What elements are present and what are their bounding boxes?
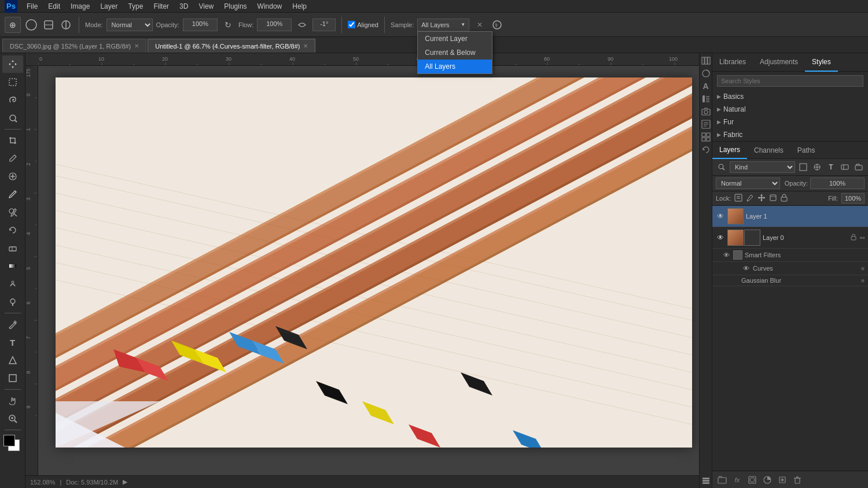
- tab-1-close[interactable]: ✕: [303, 43, 308, 49]
- lock-artboard-icon[interactable]: [769, 194, 777, 204]
- menu-edit[interactable]: Edit: [43, 1, 65, 12]
- filter-group-icon[interactable]: [853, 161, 865, 173]
- aligned-checkbox[interactable]: [348, 21, 355, 28]
- tool-marquee[interactable]: [2, 73, 23, 91]
- layer-item-0[interactable]: 👁 Layer 0 ⚯: [712, 227, 868, 249]
- layer-item-1[interactable]: 👁 Layer 1: [712, 206, 868, 227]
- panel-icon-text[interactable]: A: [701, 81, 711, 91]
- panel-icon-grid[interactable]: [701, 132, 711, 142]
- mask-btn[interactable]: [746, 474, 759, 486]
- styles-search-input[interactable]: [717, 75, 863, 87]
- tool-eraser[interactable]: [2, 239, 23, 257]
- canvas-viewport[interactable]: [38, 66, 699, 475]
- lock-all-icon[interactable]: [781, 194, 788, 204]
- tool-heal[interactable]: [2, 168, 23, 185]
- tab-0[interactable]: DSC_3060.jpg @ 152% (Layer 1, RGB/8#) ✕: [2, 39, 146, 53]
- blend-mode-select[interactable]: Normal: [716, 178, 780, 189]
- style-group-fabric[interactable]: ▶ Fabric: [712, 128, 868, 141]
- foreground-swatch[interactable]: [3, 435, 15, 446]
- filter-gaussian-blur[interactable]: Gaussian Blur ≡: [712, 275, 868, 286]
- fill-value[interactable]: [841, 193, 865, 204]
- opacity-input[interactable]: 100%: [183, 19, 218, 31]
- smart-filters-eye[interactable]: 👁: [722, 250, 731, 260]
- style-group-natural[interactable]: ▶ Natural: [712, 103, 868, 116]
- tool-history-brush[interactable]: [2, 221, 23, 239]
- adjustment-btn[interactable]: [761, 474, 774, 486]
- tool-pen[interactable]: [2, 316, 23, 333]
- lock-move-icon[interactable]: [757, 194, 766, 204]
- menu-filter[interactable]: Filter: [149, 1, 174, 12]
- layers-tab-paths[interactable]: Paths: [790, 142, 822, 159]
- menu-window[interactable]: Window: [253, 1, 287, 12]
- lock-pixels-icon[interactable]: [734, 194, 742, 204]
- delete-layer-btn[interactable]: [791, 474, 804, 486]
- tool-lasso[interactable]: [2, 91, 23, 109]
- lock-brush-icon[interactable]: [746, 194, 754, 204]
- tool-zoom[interactable]: [2, 410, 23, 427]
- layers-tab-channels[interactable]: Channels: [747, 142, 790, 159]
- smart-filters-header[interactable]: 👁 Smart Filters: [712, 249, 868, 262]
- tab-1[interactable]: Untitled-1 @ 66.7% (4.Curves-smart-filte…: [148, 39, 315, 53]
- tool-shape[interactable]: [2, 369, 23, 387]
- menu-file[interactable]: File: [22, 1, 42, 12]
- tab-libraries[interactable]: Libraries: [712, 53, 753, 72]
- tool-select[interactable]: [2, 109, 23, 127]
- tool-move[interactable]: [2, 56, 23, 73]
- layer-1-eye[interactable]: 👁: [716, 212, 725, 221]
- menu-layer[interactable]: Layer: [95, 1, 122, 12]
- healing-btn[interactable]: ⚕: [490, 18, 504, 32]
- panel-icon-layers[interactable]: [701, 475, 711, 486]
- layers-tab-layers[interactable]: Layers: [712, 142, 747, 159]
- sample-option-current-layer[interactable]: Current Layer: [418, 32, 492, 46]
- brush-options-btn[interactable]: [42, 18, 56, 32]
- gaussian-blur-adjust-icon[interactable]: ≡: [861, 278, 865, 284]
- filter-pixel-icon[interactable]: [797, 161, 809, 173]
- brush-shape-btn[interactable]: [24, 18, 38, 32]
- style-group-fur[interactable]: ▶ Fur: [712, 116, 868, 128]
- tab-styles[interactable]: Styles: [805, 53, 838, 72]
- sample-dropdown-btn[interactable]: All Layers: [417, 19, 469, 31]
- flow-input[interactable]: 100%: [257, 19, 292, 31]
- tab-adjustments[interactable]: Adjustments: [753, 53, 805, 72]
- sample-option-current-below[interactable]: Current & Below: [418, 46, 492, 60]
- tool-hand[interactable]: [2, 392, 23, 409]
- menu-help[interactable]: Help: [288, 1, 311, 12]
- menu-3d[interactable]: 3D: [175, 1, 193, 12]
- opacity-value[interactable]: [810, 178, 865, 189]
- filter-smart-icon[interactable]: [839, 161, 851, 173]
- menu-view[interactable]: View: [194, 1, 218, 12]
- sample-close-btn[interactable]: ✕: [473, 18, 487, 32]
- new-group-btn[interactable]: [716, 474, 729, 486]
- tool-eyedropper[interactable]: [2, 150, 23, 167]
- mode-select[interactable]: Normal: [106, 19, 153, 31]
- panel-icon-libraries[interactable]: [701, 56, 711, 66]
- panel-icon-adjustments[interactable]: [701, 68, 711, 79]
- tool-dodge[interactable]: [2, 293, 23, 310]
- filter-text-icon[interactable]: T: [825, 161, 837, 173]
- tool-text[interactable]: T: [2, 334, 23, 351]
- tool-path-select[interactable]: [2, 352, 23, 369]
- tool-smudge[interactable]: [2, 275, 23, 293]
- fx-btn[interactable]: fx: [731, 474, 744, 486]
- angle-input[interactable]: -1°: [312, 19, 336, 31]
- layer-0-eye[interactable]: 👁: [716, 233, 725, 242]
- curves-eye[interactable]: 👁: [741, 264, 751, 273]
- flow-icon[interactable]: [295, 18, 309, 32]
- panel-icon-para[interactable]: [701, 94, 711, 104]
- tool-brush[interactable]: [2, 186, 23, 203]
- filter-kind-select[interactable]: Kind: [730, 161, 795, 173]
- tool-icon-move[interactable]: ⊕: [5, 17, 21, 33]
- tool-crop[interactable]: [2, 132, 23, 149]
- style-group-basics[interactable]: ▶ Basics: [712, 90, 868, 103]
- filter-adjust-icon[interactable]: [811, 161, 823, 173]
- menu-image[interactable]: Image: [66, 1, 94, 12]
- panel-icon-info[interactable]: [701, 119, 711, 130]
- tool-clone[interactable]: [2, 204, 23, 221]
- menu-type[interactable]: Type: [123, 1, 148, 12]
- sample-option-all-layers[interactable]: All Layers: [418, 60, 492, 73]
- opacity-toggle-icon[interactable]: ↻: [221, 18, 235, 32]
- menu-plugins[interactable]: Plugins: [219, 1, 251, 12]
- tab-0-close[interactable]: ✕: [134, 43, 139, 49]
- curves-adjust-icon[interactable]: ≡: [861, 265, 865, 272]
- tool-gradient[interactable]: [2, 257, 23, 275]
